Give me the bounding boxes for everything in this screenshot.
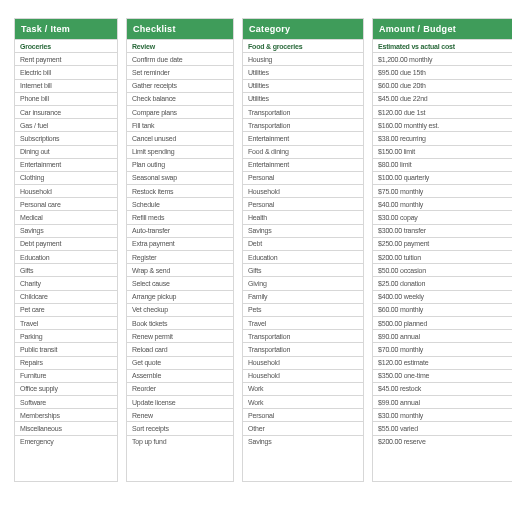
list-item: Internet bill: [15, 79, 117, 92]
list-item: Utilities: [243, 65, 363, 78]
list-item: $100.00 quarterly: [373, 171, 512, 184]
list-item: $30.00 monthly: [373, 408, 512, 421]
list-item: Education: [243, 250, 363, 263]
column-tasks: Task / Item GroceriesRent paymentElectri…: [14, 18, 118, 482]
list-item: Memberships: [15, 408, 117, 421]
list-item: Transportation: [243, 118, 363, 131]
list-item: Entertainment: [243, 158, 363, 171]
list-item: $300.00 transfer: [373, 224, 512, 237]
list-item: Auto-transfer: [127, 224, 233, 237]
list-item: $200.00 reserve: [373, 435, 512, 448]
list-item: Gifts: [243, 263, 363, 276]
list-item: $160.00 monthly est.: [373, 118, 512, 131]
list-item: Charity: [15, 276, 117, 289]
list-item: $25.00 donation: [373, 276, 512, 289]
list-item: Childcare: [15, 290, 117, 303]
list-item: Phone bill: [15, 92, 117, 105]
list-item: Health: [243, 210, 363, 223]
column-header: Task / Item: [15, 19, 117, 39]
column-rows: ReviewConfirm due dateSet reminderGather…: [127, 39, 233, 448]
list-item: $400.00 weekly: [373, 290, 512, 303]
list-item: Renew: [127, 408, 233, 421]
list-item: Office supply: [15, 382, 117, 395]
list-item: $250.00 payment: [373, 237, 512, 250]
list-item: Plan outing: [127, 158, 233, 171]
list-item: $60.00 monthly: [373, 303, 512, 316]
list-item: Household: [15, 184, 117, 197]
list-item: $120.00 due 1st: [373, 105, 512, 118]
list-item: Review: [127, 39, 233, 52]
list-item: $99.00 annual: [373, 395, 512, 408]
list-item: $50.00 occasion: [373, 263, 512, 276]
list-item: Medical: [15, 210, 117, 223]
list-item: Renew permit: [127, 329, 233, 342]
list-item: Food & dining: [243, 145, 363, 158]
list-item: $60.00 due 20th: [373, 79, 512, 92]
list-item: Debt payment: [15, 237, 117, 250]
list-item: $150.00 limit: [373, 145, 512, 158]
list-item: Rent payment: [15, 52, 117, 65]
list-item: Work: [243, 395, 363, 408]
list-item: Personal care: [15, 197, 117, 210]
list-item: Transportation: [243, 342, 363, 355]
list-item: Software: [15, 395, 117, 408]
list-item: Car insurance: [15, 105, 117, 118]
list-item: Pet care: [15, 303, 117, 316]
list-item: Food & groceries: [243, 39, 363, 52]
list-item: $350.00 one-time: [373, 369, 512, 382]
list-item: Giving: [243, 276, 363, 289]
list-item: Seasonal swap: [127, 171, 233, 184]
list-item: $120.00 estimate: [373, 356, 512, 369]
list-item: Travel: [15, 316, 117, 329]
list-item: Public transit: [15, 342, 117, 355]
list-item: Dining out: [15, 145, 117, 158]
list-item: Electric bill: [15, 65, 117, 78]
list-item: $200.00 tuition: [373, 250, 512, 263]
list-item: Arrange pickup: [127, 290, 233, 303]
list-item: Assemble: [127, 369, 233, 382]
list-item: Subscriptions: [15, 131, 117, 144]
list-item: Wrap & send: [127, 263, 233, 276]
list-item: Get quote: [127, 356, 233, 369]
list-item: Schedule: [127, 197, 233, 210]
list-item: Household: [243, 356, 363, 369]
list-item: Check balance: [127, 92, 233, 105]
list-item: Other: [243, 421, 363, 434]
list-item: Top up fund: [127, 435, 233, 448]
list-item: Gifts: [15, 263, 117, 276]
list-item: Sort receipts: [127, 421, 233, 434]
list-item: Savings: [15, 224, 117, 237]
list-item: Miscellaneous: [15, 421, 117, 434]
list-item: Update license: [127, 395, 233, 408]
list-item: $30.00 copay: [373, 210, 512, 223]
list-item: Gather receipts: [127, 79, 233, 92]
list-item: $45.00 due 22nd: [373, 92, 512, 105]
list-item: Extra payment: [127, 237, 233, 250]
list-item: Education: [15, 250, 117, 263]
list-item: Personal: [243, 171, 363, 184]
list-item: $75.00 monthly: [373, 184, 512, 197]
list-item: Household: [243, 369, 363, 382]
list-item: Repairs: [15, 356, 117, 369]
list-item: Work: [243, 382, 363, 395]
list-item: $95.00 due 15th: [373, 65, 512, 78]
list-item: $45.00 restock: [373, 382, 512, 395]
list-item: Housing: [243, 52, 363, 65]
list-item: Gas / fuel: [15, 118, 117, 131]
list-item: Estimated vs actual cost: [373, 39, 512, 52]
list-item: $40.00 monthly: [373, 197, 512, 210]
list-item: Cancel unused: [127, 131, 233, 144]
list-item: $1,200.00 monthly: [373, 52, 512, 65]
list-item: Entertainment: [243, 131, 363, 144]
column-header: Amount / Budget: [373, 19, 512, 39]
list-item: Vet checkup: [127, 303, 233, 316]
column-amount: Amount / Budget Estimated vs actual cost…: [372, 18, 512, 482]
list-item: $90.00 annual: [373, 329, 512, 342]
column-header: Checklist: [127, 19, 233, 39]
list-item: Transportation: [243, 105, 363, 118]
list-item: Debt: [243, 237, 363, 250]
column-header: Category: [243, 19, 363, 39]
list-item: Limit spending: [127, 145, 233, 158]
list-item: Pets: [243, 303, 363, 316]
column-rows: Food & groceriesHousingUtilitiesUtilitie…: [243, 39, 363, 448]
